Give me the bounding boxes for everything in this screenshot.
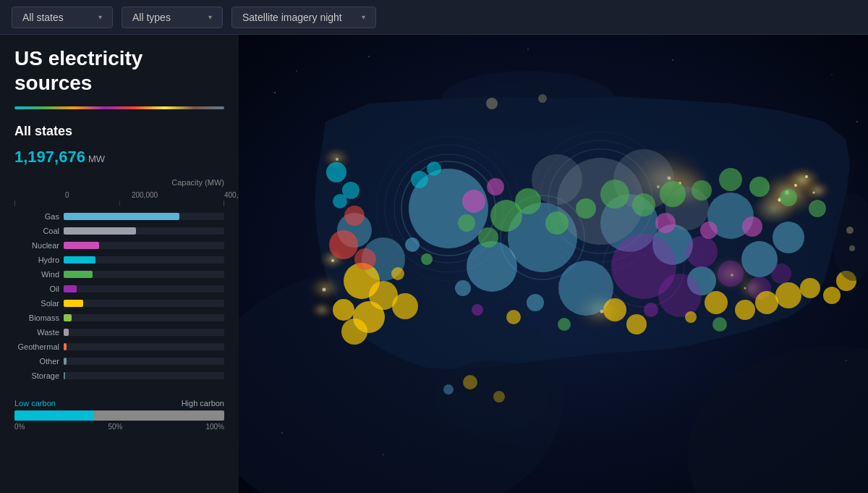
- bars-container: GasCoalNuclearHydroWindOilSolarBiomassWa…: [14, 211, 224, 382]
- svg-point-109: [427, 161, 441, 176]
- svg-point-126: [463, 375, 477, 389]
- bar-track: [64, 358, 224, 365]
- svg-point-67: [771, 264, 791, 284]
- svg-point-71: [576, 198, 596, 219]
- bar-fill: [64, 213, 179, 220]
- svg-point-72: [600, 180, 629, 208]
- bar-fill: [64, 300, 83, 307]
- bar-fill: [64, 343, 67, 350]
- bar-fill: [64, 227, 136, 235]
- app-title: US electricity sources: [14, 46, 224, 95]
- svg-point-86: [341, 319, 367, 345]
- svg-point-73: [632, 193, 655, 216]
- svg-point-101: [742, 216, 762, 237]
- svg-point-33: [527, 49, 529, 50]
- svg-point-97: [462, 190, 485, 213]
- bar-row-coal: Coal: [14, 225, 224, 237]
- chart-header: Capacity (MW): [14, 178, 224, 187]
- svg-point-25: [744, 287, 746, 290]
- svg-point-127: [493, 391, 505, 403]
- svg-point-108: [411, 171, 428, 188]
- svg-point-93: [775, 282, 801, 308]
- svg-point-90: [705, 291, 728, 314]
- bar-fill: [64, 358, 67, 365]
- svg-point-92: [755, 291, 778, 314]
- svg-point-128: [443, 384, 454, 395]
- svg-point-131: [538, 94, 547, 103]
- high-carbon-label: High carbon: [182, 399, 224, 408]
- svg-point-114: [405, 237, 420, 252]
- axis-200k: 200,000: [65, 191, 224, 199]
- bar-label: Wind: [14, 270, 64, 279]
- color-bar: [14, 106, 224, 109]
- states-label: All states: [22, 12, 64, 23]
- svg-point-76: [719, 168, 742, 191]
- bar-label: Oil: [14, 285, 64, 293]
- svg-point-129: [441, 71, 615, 129]
- svg-point-51: [773, 222, 804, 253]
- bar-label: Hydro: [14, 256, 64, 264]
- types-dropdown[interactable]: All types ▾: [122, 7, 223, 28]
- svg-point-32: [368, 56, 370, 57]
- svg-point-98: [487, 178, 504, 195]
- bar-label: Biomass: [14, 313, 64, 322]
- svg-point-102: [329, 230, 358, 259]
- bar-row-geothermal: Geothermal: [14, 341, 224, 353]
- svg-point-28: [323, 288, 326, 292]
- svg-point-105: [326, 162, 346, 182]
- bar-label: Geothermal: [14, 342, 64, 351]
- bar-label: Coal: [14, 227, 64, 235]
- svg-point-84: [392, 293, 418, 319]
- imagery-dropdown[interactable]: Satellite imagery night ▾: [231, 7, 376, 28]
- bar-track: [64, 300, 224, 307]
- svg-point-19: [805, 175, 808, 178]
- carbon-track: [14, 410, 224, 421]
- svg-point-17: [794, 184, 797, 187]
- bar-fill: [64, 285, 77, 292]
- svg-point-78: [780, 189, 797, 206]
- svg-point-31: [296, 70, 297, 72]
- pct-0: 0%: [14, 423, 25, 431]
- bar-fill: [64, 256, 95, 264]
- capacity-chart: Capacity (MW) 0 200,000 400,000 GasCoalN…: [14, 178, 224, 384]
- bar-label: Gas: [14, 212, 64, 221]
- svg-point-65: [718, 261, 744, 287]
- pct-50: 50%: [108, 423, 122, 431]
- types-label: All types: [132, 12, 171, 23]
- bar-row-hydro: Hydro: [14, 254, 224, 266]
- svg-point-63: [658, 274, 702, 317]
- types-chevron: ▾: [208, 13, 212, 21]
- svg-point-38: [281, 432, 283, 434]
- states-chevron: ▾: [98, 13, 102, 21]
- svg-point-100: [700, 222, 718, 239]
- svg-point-34: [672, 59, 673, 61]
- sidebar: US electricity sources All states 1,197,…: [0, 35, 239, 493]
- svg-point-88: [603, 298, 626, 321]
- bar-label: Other: [14, 357, 64, 366]
- bar-row-biomass: Biomass: [14, 312, 224, 324]
- low-carbon-label: Low carbon: [14, 399, 56, 408]
- svg-point-117: [455, 280, 471, 296]
- map-panel[interactable]: [239, 35, 868, 493]
- bar-label: Nuclear: [14, 241, 64, 250]
- bar-label: Waste: [14, 328, 64, 337]
- main-content: US electricity sources All states 1,197,…: [0, 35, 868, 493]
- svg-point-91: [735, 300, 755, 320]
- svg-point-80: [478, 227, 498, 248]
- svg-point-75: [692, 180, 712, 201]
- bar-track: [64, 285, 224, 292]
- svg-point-123: [685, 311, 697, 323]
- svg-point-107: [333, 194, 347, 208]
- bar-fill: [64, 329, 69, 336]
- svg-point-134: [849, 245, 855, 251]
- bar-fill: [64, 314, 72, 321]
- percent-labels: 0% 50% 100%: [14, 423, 224, 431]
- bar-row-storage: Storage: [14, 370, 224, 382]
- svg-point-35: [831, 74, 833, 75]
- carbon-section: Low carbon High carbon 0% 50% 100%: [14, 399, 224, 431]
- svg-point-20: [813, 192, 815, 194]
- svg-point-89: [626, 314, 647, 334]
- states-dropdown[interactable]: All states ▾: [12, 7, 113, 28]
- svg-point-29: [336, 158, 339, 161]
- bar-track: [64, 227, 224, 235]
